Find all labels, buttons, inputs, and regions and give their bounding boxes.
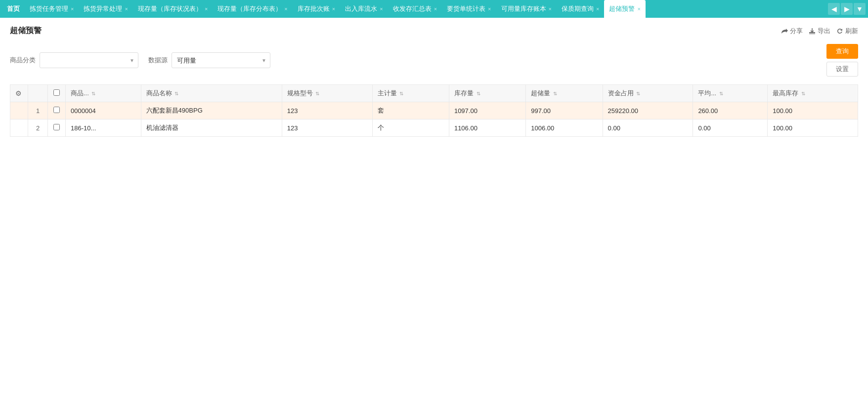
header-actions: 分享 导出 刷新 <box>781 27 858 36</box>
row-select-checkbox-1[interactable] <box>53 124 60 130</box>
category-select[interactable] <box>40 52 138 68</box>
export-button[interactable]: 导出 <box>809 27 830 36</box>
refresh-button[interactable]: 刷新 <box>836 27 858 36</box>
close-tab-9-icon[interactable]: × <box>549 6 552 12</box>
nav-tab-8[interactable]: 要货单统计表 × <box>442 0 496 18</box>
nav-tab-5[interactable]: 库存批次账 × <box>293 0 340 18</box>
nav-tab-4[interactable]: 现存量（库存分布表） × <box>213 0 292 18</box>
close-tab-4-icon[interactable]: × <box>284 6 287 12</box>
row-product-code-1: 186-10... <box>66 119 141 137</box>
th-checkbox[interactable] <box>48 85 66 102</box>
row-spec-0: 123 <box>282 102 372 119</box>
sort-maxstock-icon: ⇅ <box>801 91 805 96</box>
row-maxstock-0: 100.00 <box>768 102 858 119</box>
close-tab-7-icon[interactable]: × <box>434 6 437 12</box>
nav-tab-7[interactable]: 收发存汇总表 × <box>388 0 442 18</box>
sort-stock-icon: ⇅ <box>477 91 480 96</box>
th-spec[interactable]: 规格型号 ⇅ <box>282 85 372 102</box>
row-checkbox-0[interactable] <box>48 102 66 119</box>
close-tab-1-icon[interactable]: × <box>71 6 74 12</box>
share-button[interactable]: 分享 <box>781 27 803 36</box>
datasource-select-wrapper: 可用量 <box>172 52 270 68</box>
table-row: 1 0000004 六配套新昌490BPG 123 套 1097.00 997.… <box>10 102 858 119</box>
category-select-wrapper <box>40 52 138 68</box>
settings-gear-icon[interactable]: ⚙ <box>15 89 22 97</box>
close-tab-3-icon[interactable]: × <box>205 6 208 12</box>
th-product-name[interactable]: 商品名称 ⇅ <box>141 85 282 102</box>
filter-action-buttons: 查询 设置 <box>826 44 858 77</box>
table-row: 2 186-10... 机油滤清器 123 个 1106.00 1006.00 … <box>10 119 858 137</box>
close-tab-10-icon[interactable]: × <box>596 6 599 12</box>
sort-overstock-icon: ⇅ <box>553 91 557 96</box>
filter-row: 商品分类 数据源 可用量 查询 设置 <box>10 44 858 77</box>
row-unit-0: 套 <box>372 102 449 119</box>
page-header: 超储预警 分享 导出 刷新 <box>10 26 858 36</box>
nav-tab-2[interactable]: 拣货异常处理 × <box>79 0 132 18</box>
row-maxstock-1: 100.00 <box>768 119 858 137</box>
query-button[interactable]: 查询 <box>826 44 858 59</box>
export-icon <box>809 28 816 35</box>
close-tab-2-icon[interactable]: × <box>125 6 128 12</box>
row-product-name-1: 机油滤清器 <box>141 119 282 137</box>
nav-home[interactable]: 首页 <box>2 0 25 18</box>
row-select-checkbox-0[interactable] <box>53 107 60 113</box>
row-index-0: 1 <box>28 102 48 119</box>
th-overstock[interactable]: 超储量 ⇅ <box>526 85 603 102</box>
refresh-icon <box>836 28 843 35</box>
datasource-filter: 数据源 可用量 <box>148 52 270 68</box>
nav-arrow-right[interactable]: ▶ <box>841 3 853 15</box>
close-tab-5-icon[interactable]: × <box>332 6 335 12</box>
sort-product-name-icon: ⇅ <box>174 91 178 96</box>
table-header-row: ⚙ 商品... ⇅ 商品名称 ⇅ 规格型号 ⇅ <box>10 85 858 102</box>
th-avg[interactable]: 平均... ⇅ <box>693 85 768 102</box>
close-tab-8-icon[interactable]: × <box>488 6 491 12</box>
th-product-code[interactable]: 商品... ⇅ <box>66 85 141 102</box>
nav-tab-11[interactable]: 超储预警 × <box>604 0 645 18</box>
data-table: ⚙ 商品... ⇅ 商品名称 ⇅ 规格型号 ⇅ <box>10 84 858 137</box>
th-capital[interactable]: 资金占用 ⇅ <box>603 85 693 102</box>
row-checkbox-1[interactable] <box>48 119 66 137</box>
row-avg-0: 260.00 <box>693 102 768 119</box>
close-tab-6-icon[interactable]: × <box>380 6 383 12</box>
th-unit[interactable]: 主计量 ⇅ <box>372 85 449 102</box>
row-stock-0: 1097.00 <box>449 102 525 119</box>
category-label: 商品分类 <box>10 56 36 65</box>
row-overstock-1: 1006.00 <box>526 119 603 137</box>
setting-button[interactable]: 设置 <box>826 62 858 77</box>
row-product-name-0: 六配套新昌490BPG <box>141 102 282 119</box>
row-overstock-0: 997.00 <box>526 102 603 119</box>
th-stock[interactable]: 库存量 ⇅ <box>449 85 525 102</box>
row-settings-0 <box>10 102 28 119</box>
nav-arrow-more[interactable]: ▼ <box>854 3 866 15</box>
nav-tab-1[interactable]: 拣货任务管理 × <box>25 0 79 18</box>
close-tab-11-icon[interactable]: × <box>637 6 640 12</box>
th-settings[interactable]: ⚙ <box>10 85 28 102</box>
row-index-1: 2 <box>28 119 48 137</box>
nav-tab-3[interactable]: 现存量（库存状况表） × <box>133 0 213 18</box>
row-spec-1: 123 <box>282 119 372 137</box>
table-body: 1 0000004 六配套新昌490BPG 123 套 1097.00 997.… <box>10 102 858 137</box>
select-all-checkbox[interactable] <box>53 89 60 96</box>
nav-arrows: ◀ ▶ ▼ <box>827 3 866 15</box>
table-header: ⚙ 商品... ⇅ 商品名称 ⇅ 规格型号 ⇅ <box>10 85 858 102</box>
top-nav: 首页 拣货任务管理 × 拣货异常处理 × 现存量（库存状况表） × 现存量（库存… <box>0 0 868 18</box>
th-maxstock[interactable]: 最高库存 ⇅ <box>768 85 858 102</box>
row-capital-0: 259220.00 <box>603 102 693 119</box>
th-index <box>28 85 48 102</box>
category-filter: 商品分类 <box>10 52 138 68</box>
page-content: 超储预警 分享 导出 刷新 <box>0 18 868 395</box>
nav-tab-6[interactable]: 出入库流水 × <box>340 0 388 18</box>
svg-rect-1 <box>809 34 815 34</box>
row-unit-1: 个 <box>372 119 449 137</box>
row-product-code-0: 0000004 <box>66 102 141 119</box>
share-icon <box>781 28 788 35</box>
datasource-label: 数据源 <box>148 56 168 65</box>
row-avg-1: 0.00 <box>693 119 768 137</box>
datasource-select[interactable]: 可用量 <box>172 52 270 68</box>
nav-tab-10[interactable]: 保质期查询 × <box>557 0 604 18</box>
page-title: 超储预警 <box>10 26 42 36</box>
sort-unit-icon: ⇅ <box>399 91 403 96</box>
nav-tab-9[interactable]: 可用量库存账本 × <box>496 0 557 18</box>
sort-capital-icon: ⇅ <box>636 91 640 96</box>
nav-arrow-left[interactable]: ◀ <box>828 3 840 15</box>
